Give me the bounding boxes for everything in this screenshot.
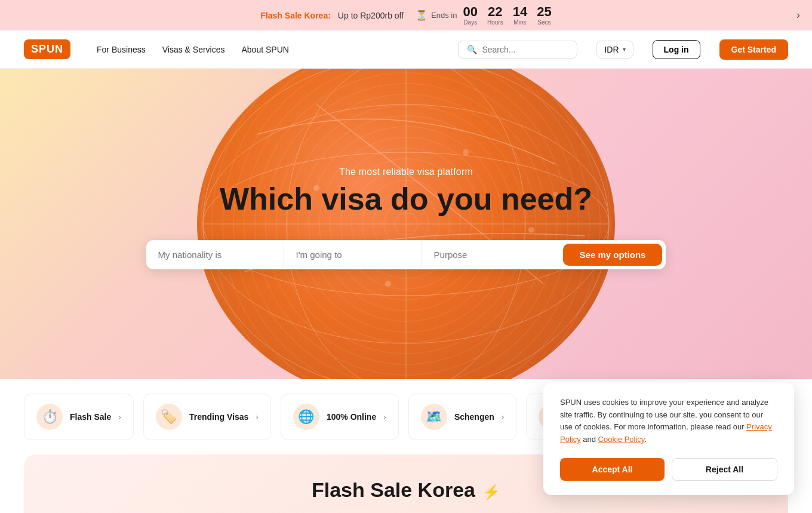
timer-days: 00 Days	[463, 5, 478, 26]
timer-mins: 14 Mins	[513, 5, 527, 26]
banner-title: Flash Sale Korea:	[260, 11, 331, 20]
hero-content: The most reliable visa platform Which vi…	[146, 167, 666, 269]
nav-for-business[interactable]: For Business	[97, 45, 146, 54]
logo[interactable]: SPUN	[24, 39, 70, 59]
destination-input[interactable]	[284, 240, 422, 269]
cat-flash-sale-label: Flash Sale	[70, 412, 111, 422]
cat-trending-label: Trending Visas	[189, 412, 248, 422]
currency-value: IDR	[604, 45, 619, 54]
purpose-input[interactable]	[422, 240, 559, 269]
cat-trending-arrow: ›	[256, 412, 259, 422]
cat-schengen[interactable]: 🗺️ Schengen ›	[408, 394, 517, 440]
cookie-text: SPUN uses cookies to improve your experi…	[560, 397, 777, 446]
timer-icon: ⏳	[416, 10, 427, 21]
timer-group: 00 Days 22 Hours 14 Mins 25 Secs	[463, 5, 552, 26]
nationality-input[interactable]	[146, 240, 284, 269]
nav-about-spun[interactable]: About SPUN	[242, 45, 289, 54]
online-icon: 🌐	[293, 404, 319, 430]
timer-secs: 25 Secs	[537, 5, 551, 26]
flash-sale-icon: ⏱️	[36, 404, 63, 430]
hero-search-bar: See my options	[146, 240, 666, 269]
timer-hours: 22 Hours	[487, 5, 503, 26]
search-icon: 🔍	[467, 45, 477, 54]
schengen-icon: 🗺️	[421, 404, 447, 430]
cookie-buttons: Accept All Reject All	[560, 458, 777, 481]
cat-flash-sale-arrow: ›	[118, 412, 121, 422]
chevron-down-icon: ▾	[623, 46, 626, 53]
cat-schengen-arrow: ›	[502, 412, 505, 422]
login-button[interactable]: Log in	[653, 40, 700, 59]
banner-timer: ⏳ Ends in 00 Days 22 Hours 14 Mins 25 Se…	[416, 5, 552, 26]
reject-all-button[interactable]: Reject All	[672, 458, 777, 481]
search-bar: 🔍	[458, 41, 577, 59]
banner-subtitle: Up to Rp200rb off	[338, 11, 404, 20]
svg-point-7	[463, 149, 469, 155]
flash-banner: Flash Sale Korea: Up to Rp200rb off ⏳ En…	[0, 0, 812, 30]
cookie-policy-link[interactable]: Cookie Policy	[598, 435, 645, 444]
hero-section: The most reliable visa platform Which vi…	[0, 69, 812, 379]
cat-schengen-label: Schengen	[454, 412, 494, 422]
svg-point-9	[385, 281, 391, 287]
navbar: SPUN For Business Visas & Services About…	[0, 30, 812, 69]
hero-subtitle: The most reliable visa platform	[146, 167, 666, 177]
get-started-button[interactable]: Get Started	[719, 39, 788, 60]
cat-trending-visas[interactable]: 🏷️ Trending Visas ›	[143, 394, 271, 440]
cookie-banner: SPUN uses cookies to improve your experi…	[543, 382, 794, 495]
trending-visas-icon: 🏷️	[156, 404, 182, 430]
cat-flash-sale[interactable]: ⏱️ Flash Sale ›	[24, 394, 134, 440]
flash-sale-bolt: ⚡	[482, 484, 500, 500]
nav-links: For Business Visas & Services About SPUN	[97, 45, 289, 54]
nav-visas-services[interactable]: Visas & Services	[162, 45, 225, 54]
cat-online-label: 100% Online	[327, 412, 376, 422]
banner-arrow[interactable]: ›	[796, 9, 800, 21]
accept-all-button[interactable]: Accept All	[560, 458, 665, 481]
cat-100-online[interactable]: 🌐 100% Online ›	[281, 394, 399, 440]
ends-in-label: Ends in	[431, 11, 457, 20]
flash-sale-title: Flash Sale Korea	[312, 478, 475, 502]
see-options-button[interactable]: See my options	[563, 244, 663, 266]
search-input[interactable]	[482, 45, 565, 54]
cat-online-arrow: ›	[383, 412, 386, 422]
hero-title: Which visa do you need?	[146, 182, 666, 216]
currency-selector[interactable]: IDR ▾	[596, 41, 633, 59]
